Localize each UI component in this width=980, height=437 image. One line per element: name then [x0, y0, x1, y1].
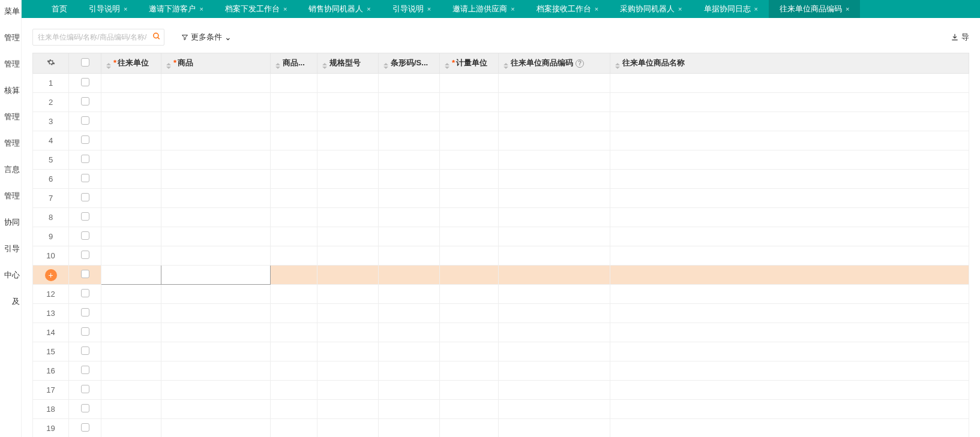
tab-3[interactable]: 档案下发工作台× [214, 0, 298, 18]
sidebar-item-6[interactable]: 言息 [0, 162, 21, 177]
cell-spec[interactable] [317, 170, 379, 189]
close-icon[interactable]: × [427, 5, 431, 13]
cell-unit_name[interactable] [610, 381, 969, 400]
cell-unit[interactable] [101, 74, 161, 93]
cell-spec[interactable] [317, 227, 379, 246]
cell-check[interactable] [69, 381, 101, 400]
row-checkbox[interactable] [81, 212, 89, 221]
cell-unit[interactable] [101, 246, 161, 266]
cell-unit_name[interactable] [610, 112, 969, 131]
cell-unit[interactable] [101, 285, 161, 304]
cell-prod_attr[interactable] [271, 131, 317, 150]
tab-1[interactable]: 引导说明× [78, 0, 138, 18]
header-checkbox[interactable] [81, 58, 89, 67]
cell-product[interactable] [161, 170, 271, 189]
sidebar-item-4[interactable]: 管理 [0, 109, 21, 125]
cell-spec[interactable] [317, 112, 379, 131]
cell-unit_name[interactable] [610, 285, 969, 304]
cell-spec[interactable] [317, 381, 379, 400]
cell-barcode[interactable] [379, 150, 440, 170]
tab-6[interactable]: 邀请上游供应商× [442, 0, 525, 18]
cell-check[interactable] [69, 285, 101, 304]
cell-unit_name[interactable] [610, 208, 969, 227]
cell-spec[interactable] [317, 266, 379, 285]
tab-2[interactable]: 邀请下游客户× [138, 0, 214, 18]
row-checkbox[interactable] [81, 251, 89, 259]
cell-spec[interactable] [317, 304, 379, 323]
cell-unit[interactable] [101, 112, 161, 131]
cell-barcode[interactable] [379, 112, 440, 131]
cell-check[interactable] [69, 342, 101, 361]
sidebar-item-11[interactable]: 及 [0, 294, 21, 309]
cell-product[interactable] [161, 189, 271, 208]
cell-check[interactable] [69, 93, 101, 112]
cell-barcode[interactable] [379, 189, 440, 208]
sidebar-item-7[interactable]: 管理 [0, 188, 21, 204]
cell-unit_name[interactable] [610, 342, 969, 361]
cell-uom[interactable] [440, 150, 499, 170]
sidebar-item-9[interactable]: 引导 [0, 241, 21, 257]
cell-spec[interactable] [317, 150, 379, 170]
cell-product[interactable] [161, 208, 271, 227]
cell-uom[interactable] [440, 246, 499, 266]
row-checkbox[interactable] [81, 193, 89, 201]
row-checkbox[interactable] [81, 97, 89, 106]
cell-unit_code[interactable] [499, 189, 610, 208]
cell-unit_code[interactable] [499, 246, 610, 266]
cell-prod_attr[interactable] [271, 208, 317, 227]
close-icon[interactable]: × [124, 5, 127, 13]
cell-unit_code[interactable] [499, 400, 610, 419]
cell-barcode[interactable] [379, 74, 440, 93]
close-icon[interactable]: × [367, 5, 370, 13]
sort-icon[interactable] [383, 63, 388, 69]
cell-uom[interactable] [440, 266, 499, 285]
cell-barcode[interactable] [379, 419, 440, 438]
cell-spec[interactable] [317, 74, 379, 93]
cell-barcode[interactable] [379, 342, 440, 361]
row-checkbox[interactable] [81, 327, 89, 336]
cell-prod_attr[interactable] [271, 419, 317, 438]
cell-unit[interactable] [101, 189, 161, 208]
cell-prod_attr[interactable] [271, 342, 317, 361]
cell-unit[interactable] [101, 342, 161, 361]
cell-unit_name[interactable] [610, 131, 969, 150]
cell-unit_name[interactable] [610, 304, 969, 323]
column-header-unit_code[interactable]: 往来单位商品编码? [499, 53, 610, 74]
cell-product[interactable] [161, 361, 271, 381]
cell-spec[interactable] [317, 323, 379, 342]
cell-unit_code[interactable] [499, 131, 610, 150]
tab-5[interactable]: 引导说明× [382, 0, 442, 18]
cell-product[interactable] [161, 74, 271, 93]
row-checkbox[interactable] [81, 116, 89, 125]
cell-prod_attr[interactable] [271, 74, 317, 93]
cell-prod_attr[interactable] [271, 304, 317, 323]
cell-unit_name[interactable] [610, 227, 969, 246]
cell-spec[interactable] [317, 419, 379, 438]
cell-product[interactable] [161, 266, 271, 285]
cell-unit[interactable] [101, 400, 161, 419]
cell-barcode[interactable] [379, 93, 440, 112]
sidebar-item-2[interactable]: 管理 [0, 56, 21, 72]
cell-uom[interactable] [440, 400, 499, 419]
cell-spec[interactable] [317, 400, 379, 419]
cell-prod_attr[interactable] [271, 170, 317, 189]
row-checkbox[interactable] [81, 289, 89, 297]
sidebar-item-8[interactable]: 协同 [0, 215, 21, 230]
cell-unit[interactable] [101, 304, 161, 323]
gear-icon[interactable] [47, 59, 55, 68]
cell-check[interactable] [69, 246, 101, 266]
cell-spec[interactable] [317, 208, 379, 227]
row-checkbox[interactable] [81, 404, 89, 412]
cell-prod_attr[interactable] [271, 361, 317, 381]
cell-product[interactable] [161, 419, 271, 438]
cell-unit[interactable] [101, 381, 161, 400]
cell-check[interactable] [69, 361, 101, 381]
cell-uom[interactable] [440, 304, 499, 323]
cell-unit[interactable] [101, 150, 161, 170]
tab-4[interactable]: 销售协同机器人× [298, 0, 381, 18]
cell-unit_code[interactable] [499, 304, 610, 323]
cell-unit_code[interactable] [499, 323, 610, 342]
row-checkbox[interactable] [81, 308, 89, 317]
cell-check[interactable] [69, 189, 101, 208]
sidebar-item-1[interactable]: 管理 [0, 30, 21, 46]
